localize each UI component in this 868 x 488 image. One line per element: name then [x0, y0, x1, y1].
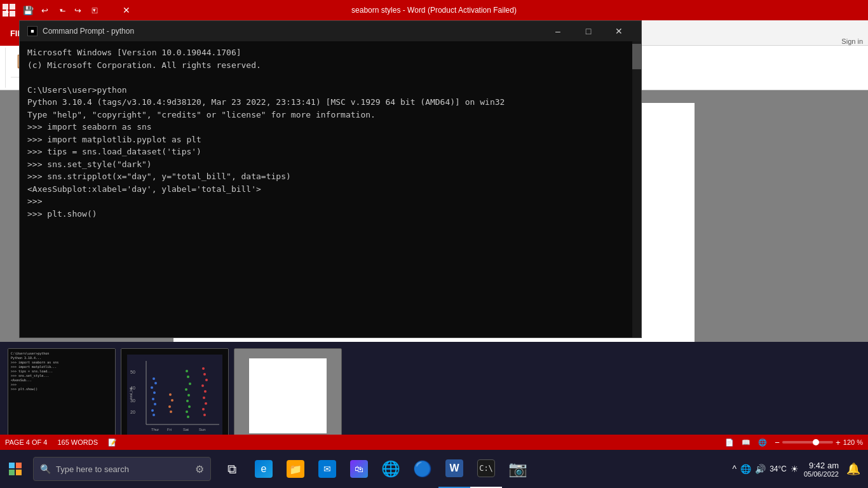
svg-point-19	[168, 405, 171, 408]
word-icon: W	[445, 459, 463, 477]
taskbar-app-files[interactable]: 📁	[280, 450, 311, 488]
start-button[interactable]	[0, 450, 31, 488]
taskbar-app-cmd[interactable]: C:\	[470, 450, 502, 488]
browser2-icon: 🔵	[414, 460, 431, 478]
svg-point-12	[154, 403, 156, 405]
network-icon[interactable]: 🌐	[740, 464, 751, 474]
svg-point-16	[154, 382, 157, 384]
taskbar-app-taskview[interactable]: ⧉	[216, 450, 248, 488]
cmd-minimize-button[interactable]: –	[543, 21, 573, 41]
svg-point-18	[170, 410, 172, 413]
svg-point-22	[187, 416, 189, 418]
undo-dropdown-button[interactable]: ▾	[53, 3, 69, 18]
cmd-title: Command Prompt - python	[43, 27, 134, 36]
svg-point-35	[204, 390, 207, 393]
cortana-icon: ⚙	[195, 463, 204, 475]
save-button[interactable]: 💾	[20, 3, 36, 18]
svg-text:Thur: Thur	[151, 428, 159, 431]
view-mode-web[interactable]: 🌐	[758, 438, 767, 447]
browser1-icon: 🌐	[382, 460, 400, 478]
clock-time: 9:42 am	[804, 461, 839, 470]
thumbnail-word[interactable]	[234, 348, 342, 444]
zoom-slider[interactable]	[782, 441, 833, 444]
zoom-control: − + 120 %	[775, 438, 863, 447]
svg-text:Sat: Sat	[183, 428, 189, 431]
cmd-icon: C:\	[477, 459, 495, 477]
svg-point-10	[153, 414, 155, 416]
temperature-display: 34°C	[770, 464, 787, 473]
taskbar-app-browser1[interactable]: 🌐	[375, 450, 407, 488]
svg-point-26	[187, 394, 190, 396]
taskbar-search[interactable]: 🔍 Type here to search ⚙	[33, 457, 211, 481]
notification-button[interactable]: 🔔	[846, 462, 860, 476]
svg-text:50: 50	[130, 370, 135, 374]
cmd-body[interactable]: Microsoft Windows [Version 10.0.19044.17…	[20, 41, 641, 337]
zoom-in-button[interactable]: +	[836, 438, 841, 447]
proofing-errors: 📝	[108, 438, 117, 447]
svg-point-39	[202, 367, 205, 370]
taskbar-app-word[interactable]: W	[438, 450, 470, 488]
svg-point-32	[202, 408, 205, 410]
taskbar-app-photos[interactable]: 📷	[502, 450, 534, 488]
svg-point-38	[203, 373, 206, 376]
word-count: 165 WORDS	[57, 438, 98, 446]
svg-point-31	[203, 414, 206, 416]
status-right: 📄 📖 🌐 − + 120 %	[725, 438, 863, 447]
page-indicator: PAGE 4 OF 4	[5, 438, 47, 446]
svg-point-37	[205, 379, 208, 381]
zoom-slider-thumb	[813, 439, 819, 445]
svg-point-17	[153, 377, 155, 380]
system-tray-icons: ^ 🌐 🔊 34°C ☀	[733, 464, 799, 474]
undo-button[interactable]: ↩	[37, 3, 52, 18]
svg-point-15	[151, 386, 153, 389]
svg-point-33	[205, 402, 207, 405]
svg-point-34	[203, 396, 205, 399]
thumbnail-plot[interactable]: 50 40 30 20 Thur Fri Sat Sun	[121, 348, 229, 444]
taskbar-search-icon: 🔍	[40, 464, 51, 474]
cmd-window-icon: ■	[27, 26, 37, 36]
taskbar-app-edge[interactable]: e	[248, 450, 280, 488]
svg-point-13	[152, 398, 154, 400]
taskbar: 🔍 Type here to search ⚙ ⧉ e 📁 ✉ 🛍	[0, 450, 868, 488]
taskbar-clock[interactable]: 9:42 am 05/06/2022	[804, 461, 839, 478]
svg-point-27	[185, 388, 187, 391]
svg-point-25	[186, 400, 189, 402]
weather-icon[interactable]: ☀	[790, 464, 799, 474]
title-bar: 💾 ↩ ▾ ↪ ▾ seaborn styles - Word (Product…	[0, 0, 868, 20]
zoom-level: 120 %	[843, 438, 863, 446]
files-icon: 📁	[287, 460, 304, 478]
svg-point-30	[186, 370, 188, 372]
svg-point-36	[201, 384, 204, 387]
cmd-window-controls: – □ ✕	[543, 21, 634, 41]
tray-overflow-icon[interactable]: ^	[733, 464, 737, 474]
taskbar-app-store[interactable]: 🛍	[343, 450, 375, 488]
taskbar-app-mail[interactable]: ✉	[311, 450, 343, 488]
taskbar-search-placeholder: Type here to search	[56, 464, 129, 474]
edge-icon: e	[255, 460, 273, 478]
redo-button[interactable]: ↪	[70, 3, 85, 18]
view-mode-print[interactable]: 📄	[725, 438, 734, 447]
svg-point-20	[171, 399, 173, 402]
svg-text:total_bill: total_bill	[129, 388, 133, 399]
customize-qat-button[interactable]: ▾	[86, 3, 102, 18]
close-button[interactable]: ✕	[112, 0, 141, 20]
svg-point-21	[169, 393, 172, 396]
taskbar-app-browser2[interactable]: 🔵	[407, 450, 438, 488]
svg-point-11	[151, 409, 154, 412]
quick-access-toolbar: 💾 ↩ ▾ ↪ ▾	[0, 0, 104, 20]
cmd-scrollbar[interactable]	[632, 41, 641, 337]
volume-icon[interactable]: 🔊	[755, 464, 766, 474]
cmd-scrollbar-thumb	[632, 44, 641, 69]
cmd-close-button[interactable]: ✕	[604, 21, 634, 41]
zoom-out-button[interactable]: −	[775, 438, 780, 447]
command-prompt-window: ■ Command Prompt - python – □ ✕ Microsof…	[19, 20, 642, 338]
view-mode-fullscreen[interactable]: 📖	[742, 438, 750, 447]
sign-in-label[interactable]: Sign in	[841, 37, 863, 45]
thumbnail-cmd[interactable]: C:\Users\user>python Python 3.10.4... >>…	[8, 348, 116, 444]
svg-text:Sun: Sun	[199, 428, 206, 431]
cmd-maximize-button[interactable]: □	[574, 21, 603, 41]
thumbnail-cmd-content: C:\Users\user>python Python 3.10.4... >>…	[8, 349, 115, 394]
photos-icon: 📷	[509, 460, 527, 478]
svg-point-28	[189, 383, 191, 385]
status-bar: PAGE 4 OF 4 165 WORDS 📝 📄 📖 🌐 − + 120 %	[0, 435, 868, 450]
